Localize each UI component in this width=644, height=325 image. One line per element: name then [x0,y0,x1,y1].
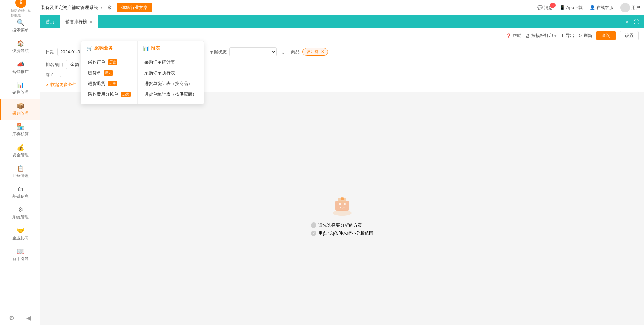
doc-status-filter: 单据状态 ⌄ [209,47,286,56]
marketing-icon: 📣 [17,60,24,68]
incoming-stats-supplier-label: 进货单统计表（按供应商） [144,91,197,97]
refresh-label: 刷新 [583,33,592,39]
history-badge-4: 历史 [121,92,131,97]
purchase-col-icon: 🛒 [86,46,92,51]
export-button[interactable]: ⬆ 导出 [561,33,574,39]
dropdown-item-incoming[interactable]: 进货单 历史 [86,68,132,78]
collapse-label: 收起更多条件 [50,82,77,88]
sidebar-item-finance[interactable]: 💰 资金管理 [0,140,40,161]
sidebar-item-basic-info[interactable]: 🗂 基础信息 [0,182,40,203]
history-badge-2: 历史 [104,70,113,76]
online-service-area[interactable]: 👤 在线客服 [589,5,614,11]
refresh-button[interactable]: ↻ 刷新 [578,33,592,39]
sidebar-item-purchase-label: 采购管理 [12,111,29,116]
svg-point-3 [341,197,344,200]
dropdown-item-incoming-return[interactable]: 进货退货 历史 [86,78,132,89]
sidebar-item-purchase[interactable]: 📦 采购管理 [0,99,40,120]
dropdown-purchase-header: 🛒 采购业务 [86,45,132,53]
goods-ellipsis[interactable]: ... [331,49,334,54]
sidebar-item-enterprise[interactable]: 🤝 企业协同 [0,224,40,244]
dropdown-purchase-col: 🛒 采购业务 采购订单 历史 进货单 历史 进货退货 [81,41,138,104]
dropdown-menu: 🛒 采购业务 采购订单 历史 进货单 历史 进货退货 [81,41,204,104]
sidebar-item-sales-label: 销售管理 [12,90,29,95]
system-title-area: 装备及固定资产辅助管理系统 ▾ ⚙ [41,4,112,11]
home-icon: 🏠 [17,40,24,47]
app-download-area[interactable]: 📱 App下载 [560,5,583,11]
user-label: 用户 [631,5,640,11]
dropdown-report-header: 📊 报表 [143,45,198,53]
search-button[interactable]: 查询 [596,31,616,40]
customer-ellipsis[interactable]: ... [57,73,61,78]
sales-icon: 📊 [17,81,24,89]
dropdown-item-incoming-stats-supplier[interactable]: 进货单统计表（按供应商） [143,89,198,100]
doc-status-select[interactable] [229,47,277,56]
enterprise-icon: 🤝 [17,227,24,234]
tab-sales-rank-label: 销售排行榜 [65,19,87,25]
sidebar-item-inventory-label: 库存核算 [12,131,29,137]
sidebar-collapse-icon[interactable]: ◀ [26,314,31,322]
service-icon: 👤 [589,5,595,10]
avatar [620,3,630,12]
tab-close-icon[interactable]: ✕ [89,20,92,24]
phone-icon: 📱 [560,5,565,10]
help-label: 帮助 [513,33,522,39]
dropdown-item-po-stats[interactable]: 采购订单统计表 [143,57,198,68]
export-label: 导出 [566,33,574,39]
sidebar-item-guide-label: 新手引导 [12,256,29,262]
logo-icon: 6 [15,0,26,8]
sidebar-item-inventory[interactable]: 🏪 库存核算 [0,120,40,140]
notification-area[interactable]: 💬 5 消息 [537,5,553,11]
topbar: 6 畅捷通好生意 标准版 装备及固定资产辅助管理系统 ▾ ⚙ 体验行业方案 💬 … [0,0,644,15]
doc-status-label: 单据状态 [209,49,227,55]
customer-filter: 客户 ... [46,72,61,78]
report-col-icon: 📊 [143,46,149,51]
tab-fullscreen-button[interactable]: ⛶ [633,18,640,25]
tab-home[interactable]: 首页 [40,15,60,28]
topbar-right: 💬 5 消息 📱 App下载 👤 在线客服 用户 [537,3,640,12]
help-icon: ❓ [506,33,511,38]
empty-tip-2: 2 用[过滤]条件来缩小分析范围 [311,230,373,236]
sidebar-item-operations[interactable]: 📋 经营管理 [0,161,40,182]
industry-solution-button[interactable]: 体验行业方案 [117,3,152,12]
dropdown-item-purchase-order[interactable]: 采购订单 历史 [86,57,132,68]
history-badge-1: 历史 [108,59,117,65]
sidebar-item-sales[interactable]: 📊 销售管理 [0,78,40,99]
sidebar-item-system-label: 系统管理 [12,214,29,220]
sidebar-item-search[interactable]: 🔍 搜索菜单 [0,15,40,36]
goods-tag-close-icon[interactable]: ✕ [321,49,324,54]
dropdown-item-purchase-expense[interactable]: 采购费用分摊单 历史 [86,89,132,100]
sidebar-item-quick-nav-label: 快捷导航 [12,48,29,54]
goods-tag[interactable]: 设计费 ✕ [302,48,328,56]
purchase-order-label: 采购订单 [88,59,105,65]
sidebar: 🔍 搜索菜单 🏠 快捷导航 📣 营销推广 📊 销售管理 📦 采购管理 🏪 库存核… [0,15,40,325]
sidebar-settings-icon[interactable]: ⚙ [9,314,14,322]
tab-sales-rank[interactable]: 销售排行榜 ✕ [60,15,98,28]
logo-subtext: 畅捷通好生意 标准版 [11,8,31,18]
title-arrow-icon: ▾ [101,5,103,10]
help-button[interactable]: ❓ 帮助 [506,33,522,39]
sidebar-item-guide[interactable]: 📖 新手引导 [0,244,40,265]
online-service-label: 在线客服 [596,5,614,11]
report-col-title: 报表 [151,45,160,51]
system-title: 装备及固定资产辅助管理系统 [41,5,98,11]
tab-close-button[interactable]: ✕ [624,18,631,25]
empty-state: 1 请先选择要分析的方案 2 用[过滤]条件来缩小分析范围 [40,92,644,325]
dropdown-item-po-exec[interactable]: 采购订单执行表 [143,68,198,78]
dropdown-item-incoming-stats-goods[interactable]: 进货单统计表（按商品） [143,78,198,89]
sidebar-item-system[interactable]: ⚙ 系统管理 [0,203,40,224]
settings-button[interactable]: 设置 [620,31,639,40]
system-icon: ⚙ [18,206,23,213]
purchase-icon: 📦 [17,102,24,110]
basic-info-icon: 🗂 [17,186,24,193]
goods-label: 商品 [291,49,300,55]
user-area[interactable]: 用户 [620,3,640,12]
logo: 6 畅捷通好生意 标准版 [4,0,38,18]
incoming-stats-goods-label: 进货单统计表（按商品） [144,81,192,87]
tip-num-1: 1 [311,222,316,228]
sidebar-item-quick-nav[interactable]: 🏠 快捷导航 [0,36,40,57]
print-button[interactable]: 🖨 按模板打印 ▾ [526,33,557,39]
purchase-expense-label: 采购费用分摊单 [88,91,118,97]
tab-home-label: 首页 [46,19,55,25]
topbar-settings-icon[interactable]: ⚙ [107,4,112,11]
sidebar-item-marketing[interactable]: 📣 营销推广 [0,57,40,78]
